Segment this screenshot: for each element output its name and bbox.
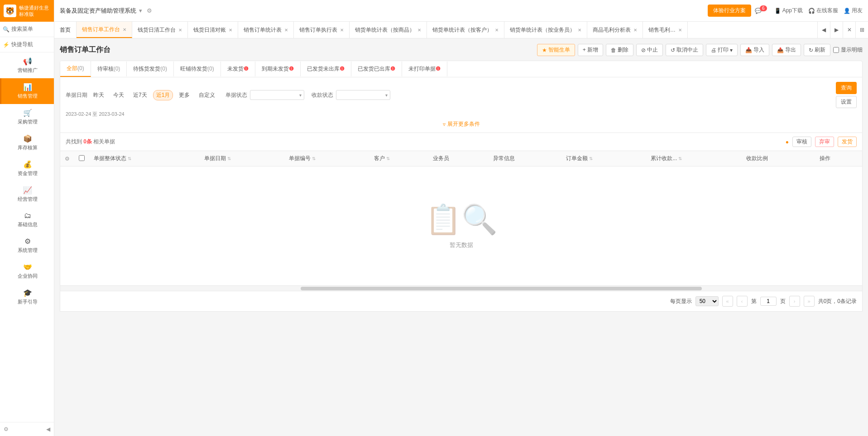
settings-gear-icon[interactable]: ⚙: [147, 7, 152, 14]
col-status[interactable]: 单据整体状态⇅: [89, 151, 200, 166]
tab-next-btn[interactable]: ▶: [830, 22, 843, 38]
ship-quick-btn[interactable]: 发货: [838, 137, 857, 147]
show-details-checkbox[interactable]: [833, 47, 839, 53]
tab-sales-more[interactable]: 销售毛利… ✕: [643, 22, 688, 38]
sub-tab-shipped-not-out[interactable]: 已发货未出库❶: [301, 62, 351, 76]
industry-btn[interactable]: 体验行业方案: [708, 5, 751, 17]
collapse-icon[interactable]: ◀: [46, 426, 50, 432]
sidebar-item-inventory[interactable]: 📦 库存核算: [0, 130, 54, 156]
sidebar-search[interactable]: 🔍 搜索菜单: [0, 22, 54, 37]
col-amount[interactable]: 订单金额⇅: [561, 151, 646, 166]
tab-close-cash-daily[interactable]: ✕: [178, 28, 182, 33]
sub-tab-overdue[interactable]: 到期未发货❶: [255, 62, 301, 76]
tab-sales-stat[interactable]: 销售订单统计表 ✕: [238, 22, 294, 38]
sidebar-item-purchase[interactable]: 🛒 采购管理: [0, 104, 54, 130]
sub-tab-not-shipped[interactable]: 未发货❶: [221, 62, 255, 76]
tab-close-sales-customer[interactable]: ✕: [495, 28, 499, 33]
sidebar-item-finance[interactable]: 💰 资金管理: [0, 156, 54, 181]
sub-tab-all[interactable]: 全部(0): [60, 61, 91, 77]
export-btn[interactable]: 📤 导出: [772, 44, 801, 56]
sidebar-item-system[interactable]: ⚙ 系统管理: [0, 232, 54, 258]
next-page-btn[interactable]: ›: [789, 296, 800, 307]
tab-close-all-btn[interactable]: ✕: [843, 22, 855, 38]
col-number[interactable]: 单据编号⇅: [284, 151, 369, 166]
new-btn[interactable]: + 新增: [578, 44, 603, 56]
date-btn-1month[interactable]: 近1月: [153, 90, 173, 100]
expand-conditions-btn[interactable]: ▿ 展开更多条件: [66, 120, 857, 128]
megaphone-icon: 📢: [23, 57, 32, 66]
user-avatar[interactable]: 👤 用友: [844, 7, 863, 14]
quick-nav[interactable]: ⚡ 快捷导航: [0, 37, 54, 52]
filter-status-select[interactable]: [250, 90, 304, 100]
audit-quick-btn[interactable]: 审核: [792, 137, 811, 147]
select-all-checkbox[interactable]: [79, 155, 85, 161]
date-btn-today[interactable]: 今天: [110, 90, 127, 100]
sub-tab-pending[interactable]: 待审核(0): [91, 62, 127, 76]
sidebar-item-newbie[interactable]: 🎓 新手引导: [0, 284, 54, 310]
sub-tab-shipped-out[interactable]: 已发货已出库❶: [351, 62, 402, 76]
tab-cash-daily[interactable]: 钱货日清工作台 ✕: [132, 22, 188, 38]
tab-sales-order[interactable]: 销售订单工作台 ✕: [77, 22, 132, 38]
show-details-label[interactable]: 显示明细: [833, 46, 863, 54]
date-btn-yesterday[interactable]: 昨天: [90, 90, 107, 100]
stop-btn[interactable]: ⊘ 中止: [636, 44, 663, 56]
tab-expand-btn[interactable]: ⊞: [855, 22, 868, 38]
tab-close-sales-order[interactable]: ✕: [123, 27, 126, 32]
col-collected[interactable]: 累计收款...⇅: [646, 151, 742, 166]
tab-close-gross-profit[interactable]: ✕: [633, 28, 637, 33]
import-btn[interactable]: 📥 导入: [740, 44, 769, 56]
last-page-btn[interactable]: »: [804, 296, 815, 307]
col-staff[interactable]: 业务员: [428, 151, 489, 166]
col-ratio[interactable]: 收款比例: [742, 151, 815, 166]
col-settings[interactable]: ⚙: [60, 151, 74, 166]
tab-cash-reconcile[interactable]: 钱货日清对账 ✕: [188, 22, 238, 38]
page-size-select[interactable]: 10 20 50 100: [695, 296, 719, 306]
tab-sales-customer[interactable]: 销货单统计表（按客户） ✕: [427, 22, 504, 38]
tab-close-sales-exec[interactable]: ✕: [340, 28, 344, 33]
tab-close-sales-product[interactable]: ✕: [417, 28, 421, 33]
print-btn[interactable]: 🖨 打印 ▾: [706, 44, 738, 56]
sidebar-item-operations[interactable]: 📈 经营管理: [0, 181, 54, 207]
online-service-link[interactable]: 🎧 在线客服: [808, 7, 838, 14]
sidebar-item-enterprise[interactable]: 🤝 企业协同: [0, 258, 54, 284]
tab-sales-exec[interactable]: 销售订单执行表 ✕: [294, 22, 350, 38]
cancel-stop-btn[interactable]: ↺ 取消中止: [666, 44, 703, 56]
filter-collection-select[interactable]: [336, 90, 390, 100]
settings-icon[interactable]: ⚙: [4, 426, 9, 432]
tab-sales-staff[interactable]: 销货单统计表（按业务员） ✕: [504, 22, 587, 38]
sidebar-item-marketing[interactable]: 📢 营销推广: [0, 52, 54, 78]
horizontal-scrollbar[interactable]: [60, 286, 863, 291]
sub-tab-not-printed[interactable]: 未打印单据❶: [402, 62, 447, 76]
ai-generate-btn[interactable]: ★ 智能生单: [537, 44, 575, 56]
sidebar-item-sales[interactable]: 📊 销售管理: [0, 78, 54, 104]
app-download-link[interactable]: 📱 App下载: [774, 7, 803, 14]
page-input[interactable]: [760, 297, 777, 306]
sub-tab-wangpu[interactable]: 旺铺待发货(0): [174, 62, 221, 76]
first-page-btn[interactable]: «: [722, 296, 733, 307]
filter-row-1: 单据日期 昨天 今天 近7天 近1月 更多 自定义 单据状态: [66, 82, 857, 108]
prev-page-btn[interactable]: ‹: [737, 296, 748, 307]
date-btn-custom[interactable]: 自定义: [196, 90, 218, 100]
date-btn-7days[interactable]: 近7天: [130, 90, 150, 100]
delete-btn[interactable]: 🗑 删除: [606, 44, 633, 56]
tab-close-sales-staff[interactable]: ✕: [578, 28, 581, 33]
col-customer[interactable]: 客户⇅: [369, 151, 428, 166]
date-btn-more[interactable]: 更多: [176, 90, 193, 100]
tab-gross-profit[interactable]: 商品毛利分析表 ✕: [587, 22, 643, 38]
message-icon[interactable]: 💬6: [755, 8, 769, 14]
purchase-icon: 🛒: [23, 109, 32, 117]
tab-sales-product[interactable]: 销货单统计表（按商品） ✕: [350, 22, 427, 38]
col-date[interactable]: 单据日期⇅: [200, 151, 284, 166]
refresh-btn[interactable]: ↻ 刷新: [804, 44, 830, 56]
settings-filter-btn[interactable]: 设置: [836, 96, 857, 108]
tab-close-cash-reconcile[interactable]: ✕: [229, 28, 232, 33]
sub-tab-pending-check[interactable]: 待拣货发货(0): [127, 62, 174, 76]
tab-prev-btn[interactable]: ◀: [817, 22, 830, 38]
col-exception[interactable]: 异常信息: [489, 151, 561, 166]
cancel-audit-quick-btn[interactable]: 弃审: [815, 137, 834, 147]
tab-close-sales-more[interactable]: ✕: [678, 28, 682, 33]
tab-close-sales-stat[interactable]: ✕: [284, 28, 288, 33]
sidebar-item-basic[interactable]: 🗂 基础信息: [0, 207, 54, 232]
query-btn[interactable]: 查询: [836, 82, 857, 94]
tab-home[interactable]: 首页: [54, 22, 77, 38]
